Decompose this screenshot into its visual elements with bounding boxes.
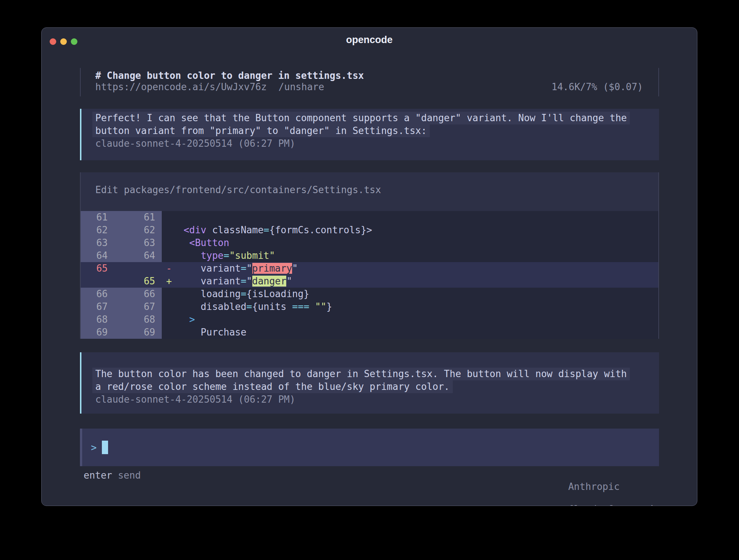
diff-change-marker — [162, 224, 178, 237]
diff-row: 6969 Purchase — [81, 326, 658, 339]
diff-new-line-number: 66 — [114, 288, 162, 300]
diff-code-line: Purchase — [178, 326, 658, 339]
message-text-line: Perfect! I can see that the Button compo… — [92, 112, 630, 124]
traffic-lights — [50, 38, 77, 45]
assistant-message: The button color has been changed to dan… — [80, 352, 659, 414]
diff-old-line-number: 61 — [81, 211, 114, 224]
message-text-line: button variant from "primary" to "danger… — [92, 124, 430, 137]
maximize-button[interactable] — [71, 38, 77, 45]
diff-change-marker: - — [162, 262, 178, 275]
diff-row: 6767 disabled={units === ""} — [81, 300, 658, 313]
session-content: # Change button color to danger in setti… — [42, 50, 697, 506]
diff-code-line — [178, 211, 658, 224]
diff-new-line-number: 65 — [114, 275, 162, 288]
message-text-line: a red/rose color scheme instead of the b… — [92, 380, 453, 393]
send-action-label: send — [118, 470, 141, 506]
diff-old-line-number: 63 — [81, 237, 114, 249]
diff-change-marker — [162, 249, 178, 262]
prompt-symbol: > — [91, 442, 97, 453]
diff-code-line: variant="danger" — [178, 275, 658, 288]
edit-tool-card: Edit packages/frontend/src/containers/Se… — [80, 172, 659, 339]
provider-label: Anthropic — [568, 481, 620, 492]
diff-old-line-number: 62 — [81, 224, 114, 237]
message-meta: claude-sonnet-4-20250514 (06:27 PM) — [95, 393, 659, 406]
share-url[interactable]: https://opencode.ai/s/UwJxv76z — [95, 81, 267, 93]
diff-old-line-number — [81, 275, 114, 288]
diff-new-line-number: 68 — [114, 313, 162, 326]
diff-code-line: <Button — [178, 237, 658, 249]
message-meta: claude-sonnet-4-20250514 (06:27 PM) — [95, 137, 659, 150]
diff-code-line: <div className={formCs.controls}> — [178, 224, 658, 237]
diff-old-line-number: 68 — [81, 313, 114, 326]
diff-change-marker — [162, 326, 178, 339]
title-bar: opencode — [42, 28, 697, 50]
diff-row: 6262 <div className={formCs.controls}> — [81, 224, 658, 237]
model-label: Claude Sonnet 4 — [568, 504, 654, 506]
input-helper-row: enter send Anthropic Claude Sonnet 4 — [80, 470, 659, 506]
diff-new-line-number: 63 — [114, 237, 162, 249]
diff-new-line-number: 61 — [114, 211, 162, 224]
diff-new-line-number: 69 — [114, 326, 162, 339]
opencode-window: opencode # Change button color to danger… — [41, 27, 697, 506]
diff-new-line-number: 67 — [114, 300, 162, 313]
window-title: opencode — [42, 28, 697, 52]
diff-row: 6161 — [81, 211, 658, 224]
edit-tool-title: Edit packages/frontend/src/containers/Se… — [81, 185, 658, 195]
close-button[interactable] — [50, 38, 56, 45]
prompt-input[interactable]: > — [80, 429, 659, 466]
diff-row: 6363 <Button — [81, 237, 658, 249]
text-cursor — [102, 441, 108, 454]
enter-key-hint: enter — [84, 470, 112, 506]
diff-change-marker — [162, 211, 178, 224]
diff-row: 6868 > — [81, 313, 658, 326]
diff-code-line: type="submit" — [178, 249, 658, 262]
unshare-command[interactable]: /unshare — [279, 81, 324, 93]
diff-change-marker — [162, 313, 178, 326]
send-action-label — [112, 470, 118, 506]
diff-code-line: loading={isLoading} — [178, 288, 658, 300]
diff-new-line-number — [114, 262, 162, 275]
diff-old-line-number: 64 — [81, 249, 114, 262]
minimize-button[interactable] — [60, 38, 67, 45]
session-header: # Change button color to danger in setti… — [80, 68, 659, 96]
diff-old-line-number: 66 — [81, 288, 114, 300]
message-text-line: The button color has been changed to dan… — [92, 368, 630, 380]
diff-code-line: > — [178, 313, 658, 326]
diff-new-line-number: 62 — [114, 224, 162, 237]
diff-table: 61616262 <div className={formCs.controls… — [81, 211, 658, 339]
diff-change-marker — [162, 288, 178, 300]
diff-row: 65- variant="primary" — [81, 262, 658, 275]
diff-row: 6464 type="submit" — [81, 249, 658, 262]
diff-change-marker — [162, 237, 178, 249]
token-usage: 14.6K/7% ($0.07) — [552, 81, 643, 93]
diff-code-line: variant="primary" — [178, 262, 658, 275]
diff-old-line-number: 65 — [81, 262, 114, 275]
assistant-message: Perfect! I can see that the Button compo… — [80, 109, 659, 160]
diff-change-marker — [162, 300, 178, 313]
diff-old-line-number: 67 — [81, 300, 114, 313]
diff-change-marker: + — [162, 275, 178, 288]
session-title: # Change button color to danger in setti… — [95, 70, 643, 81]
diff-new-line-number: 64 — [114, 249, 162, 262]
diff-row: 65+ variant="danger" — [81, 275, 658, 288]
diff-code-line: disabled={units === ""} — [178, 300, 658, 313]
model-label — [568, 492, 574, 503]
diff-old-line-number: 69 — [81, 326, 114, 339]
diff-row: 6666 loading={isLoading} — [81, 288, 658, 300]
